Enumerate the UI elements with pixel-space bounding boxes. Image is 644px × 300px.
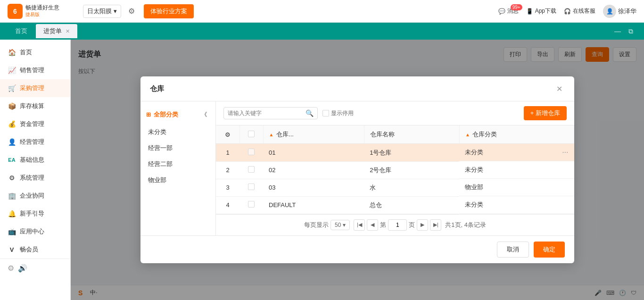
col-settings[interactable]: ⚙	[216, 125, 239, 144]
customer-service[interactable]: 🎧 在线客服	[564, 7, 595, 15]
brand-sub: 捷易版	[25, 11, 59, 18]
sidebar-label-inventory: 库存核算	[20, 102, 44, 110]
settings-icon[interactable]: ⚙	[125, 5, 138, 18]
table-body: 1 01 1号仓库 未分类 ··· 2 02 2号仓库 未分类 3 03 水 物…	[216, 144, 574, 214]
sidebar-label-guide: 新手引导	[20, 209, 44, 218]
col-code-label: 仓库...	[276, 131, 294, 138]
minimize-icon[interactable]: —	[612, 25, 623, 37]
app-download[interactable]: 📱 App下载	[526, 7, 556, 15]
show-disabled-label[interactable]: 显示停用	[322, 109, 354, 117]
message-notification[interactable]: 💬 消息 99+	[498, 7, 519, 15]
row-category-2: 未分类	[459, 161, 574, 179]
col-code[interactable]: ▲ 仓库...	[263, 125, 364, 144]
next-page-button[interactable]: ▶	[417, 219, 428, 231]
table-row[interactable]: 1 01 1号仓库 未分类 ···	[216, 144, 574, 162]
category-item-ops1[interactable]: 经营一部	[140, 140, 215, 156]
row-checkbox-4[interactable]	[239, 196, 263, 214]
system-icon: ⚙	[8, 174, 16, 182]
table-toolbar: 🔍 显示停用 + 新增仓库	[216, 101, 574, 125]
row-code-1: 01	[263, 144, 364, 162]
tab-close-icon[interactable]: ✕	[66, 28, 70, 34]
cancel-button[interactable]: 取消	[497, 242, 529, 258]
trial-button[interactable]: 体验行业方案	[144, 4, 194, 18]
store-selector[interactable]: 日太阳膜 ▾	[83, 5, 121, 18]
row-actions-icon[interactable]: ···	[562, 148, 568, 157]
table-row[interactable]: 3 03 水 物业部	[216, 179, 574, 196]
volume-icon[interactable]: 🔊	[18, 264, 27, 273]
category-item-ops2[interactable]: 经营二部	[140, 156, 215, 172]
sidebar-item-enterprise[interactable]: 🏢 企业协同	[0, 187, 70, 205]
show-disabled-checkbox[interactable]	[322, 110, 329, 117]
first-page-button[interactable]: |◀	[354, 219, 365, 231]
sidebar-item-system[interactable]: ⚙ 系统管理	[0, 169, 70, 187]
row-name-2: 2号仓库	[364, 161, 459, 179]
table-panel: 🔍 显示停用 + 新增仓库	[216, 101, 574, 235]
message-icon: 💬	[498, 8, 505, 15]
app-download-label: App下载	[535, 7, 556, 15]
table-row[interactable]: 4 DEFAULT 总仓 未分类	[216, 196, 574, 214]
store-name: 日太阳膜	[87, 7, 112, 16]
user-area[interactable]: 👤 徐泽华	[603, 5, 636, 18]
page-number-input[interactable]	[388, 219, 407, 231]
tab-purchase[interactable]: 进货单 ✕	[36, 24, 77, 38]
collapse-icon[interactable]: 《	[198, 109, 210, 120]
sidebar-item-inventory[interactable]: 📦 库存核算	[0, 97, 70, 115]
sidebar-label-sales: 销售管理	[20, 66, 44, 75]
category-header[interactable]: ⊞ 全部分类 《	[140, 105, 215, 124]
row-name-3: 水	[364, 179, 459, 196]
table-row[interactable]: 2 02 2号仓库 未分类	[216, 161, 574, 179]
brand-name: 畅捷通好生意	[25, 4, 59, 11]
col-name[interactable]: 仓库名称	[364, 125, 459, 144]
warehouse-table: ⚙ ▲ 仓库... 仓库名称	[216, 125, 574, 214]
sort-icon-cat: ▲	[465, 132, 470, 137]
per-page-selector[interactable]: 50 ▾	[330, 220, 350, 230]
notification-badge: 99+	[511, 4, 522, 10]
row-checkbox-2[interactable]	[239, 161, 263, 179]
sidebar-item-member[interactable]: V 畅会员	[0, 241, 70, 258]
avatar: 👤	[603, 5, 616, 18]
modal-close-button[interactable]: ✕	[553, 83, 565, 94]
sidebar-item-home[interactable]: 🏠 首页	[0, 43, 70, 61]
sales-icon: 📈	[8, 66, 16, 75]
modal-body: ⊞ 全部分类 《 未分类 经营一部 经营二部 物业部	[140, 101, 574, 235]
tab-purchase-label: 进货单	[43, 27, 62, 34]
search-input[interactable]	[228, 110, 303, 117]
select-all-checkbox[interactable]	[248, 131, 255, 137]
col-category[interactable]: ▲ 仓库分类	[459, 125, 574, 144]
category-item-property[interactable]: 物业部	[140, 172, 215, 188]
sidebar-item-guide[interactable]: 🔔 新手引导	[0, 205, 70, 223]
modal-overlay: 仓库 ✕ ⊞ 全部分类 《 未分类 经营一部 经营二部	[71, 40, 644, 300]
top-bar: 6 畅捷通好生意 捷易版 日太阳膜 ▾ ⚙ 体验行业方案 💬 消息 99+ 📱 …	[0, 0, 644, 23]
sidebar-item-finance[interactable]: 💰 资金管理	[0, 115, 70, 133]
enterprise-icon: 🏢	[8, 192, 16, 200]
sidebar-label-app-center: 应用中心	[20, 227, 44, 236]
row-code-2: 02	[263, 161, 364, 179]
member-icon: V	[8, 245, 16, 254]
tab-home[interactable]: 首页	[8, 24, 35, 38]
search-box: 🔍	[223, 107, 318, 119]
guide-icon: 🔔	[8, 209, 16, 218]
warehouse-modal: 仓库 ✕ ⊞ 全部分类 《 未分类 经营一部 经营二部	[140, 76, 574, 263]
prev-page-button[interactable]: ◀	[367, 219, 378, 231]
home-icon: 🏠	[8, 48, 16, 57]
sidebar-item-operations[interactable]: 👤 经营管理	[0, 133, 70, 151]
app-center-icon: 📺	[8, 227, 16, 236]
search-icon[interactable]: 🔍	[305, 109, 314, 117]
sidebar-item-basic-info[interactable]: EA 基础信息	[0, 151, 70, 169]
restore-icon[interactable]: ⧉	[625, 25, 636, 37]
add-warehouse-button[interactable]: + 新增仓库	[524, 106, 567, 120]
last-page-button[interactable]: ▶|	[430, 219, 441, 231]
category-item-unclassified[interactable]: 未分类	[140, 124, 215, 140]
sidebar-item-purchase[interactable]: 🛒 采购管理	[0, 79, 70, 97]
sidebar-item-sales[interactable]: 📈 销售管理	[0, 61, 70, 79]
settings-bottom-icon[interactable]: ⚙	[8, 264, 14, 273]
confirm-button[interactable]: 确定	[534, 242, 565, 258]
purchase-icon: 🛒	[8, 84, 16, 92]
pagination: 每页显示 50 ▾ |◀ ◀ 第 页	[216, 214, 574, 235]
headset-icon: 🎧	[564, 8, 571, 15]
sidebar-label-purchase: 采购管理	[20, 84, 44, 92]
row-checkbox-1[interactable]	[239, 144, 263, 162]
table-header-row: ⚙ ▲ 仓库... 仓库名称	[216, 125, 574, 144]
sidebar-item-app-center[interactable]: 📺 应用中心	[0, 223, 70, 241]
row-checkbox-3[interactable]	[239, 179, 263, 196]
